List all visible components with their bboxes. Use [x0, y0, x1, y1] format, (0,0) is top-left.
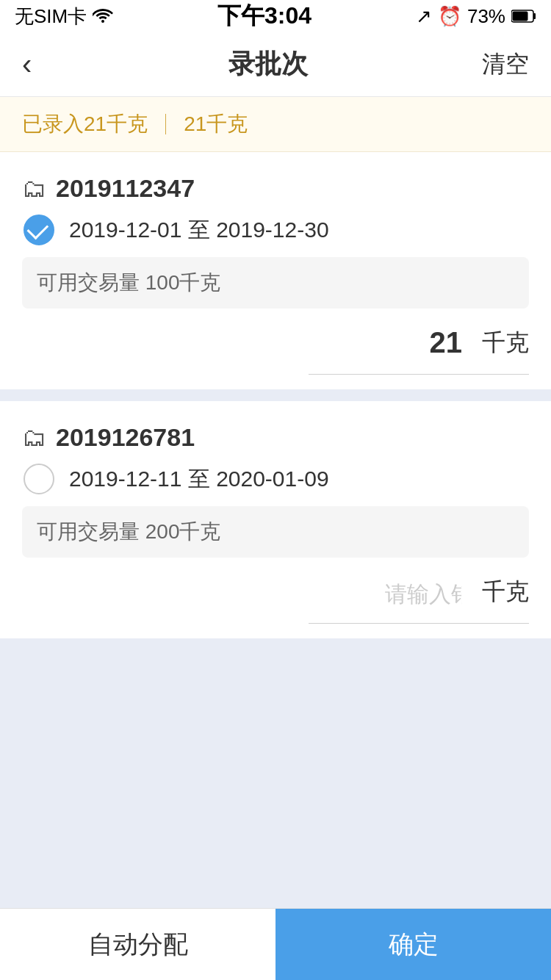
summary-recorded: 已录入21千克 [22, 110, 148, 138]
batch-2-icon: 🗂 [22, 423, 47, 452]
batch-2-radio[interactable] [24, 464, 54, 494]
batch-2-header: 🗂 2019126781 [22, 423, 529, 452]
content-wrapper: 🗂 2019112347 2019-12-01 至 2019-12-30 可用交… [0, 152, 551, 980]
batch-1-date: 2019-12-01 至 2019-12-30 [69, 215, 329, 245]
section-separator-2 [0, 638, 551, 650]
batch-2-date-row: 2019-12-11 至 2020-01-09 [22, 464, 529, 494]
status-left: 无SIM卡 [15, 4, 113, 29]
batch-2-qty-input[interactable] [385, 575, 473, 608]
batch-item-2-body: 🗂 2019126781 2019-12-11 至 2020-01-09 可用交… [0, 401, 551, 638]
batch-item-2: 🗂 2019126781 2019-12-11 至 2020-01-09 可用交… [0, 401, 551, 638]
status-bar: 无SIM卡 下午3:04 ↗ ⏰ 73% [0, 0, 551, 32]
section-separator-1 [0, 389, 551, 401]
batch-1-qty-row: 千克 [22, 309, 529, 374]
batch-2-unit: 千克 [482, 576, 529, 608]
wifi-icon [93, 5, 113, 28]
batch-2-available: 可用交易量 200千克 [22, 506, 529, 558]
status-time: 下午3:04 [217, 0, 311, 32]
location-icon: ↗ [416, 5, 432, 28]
batch-1-id: 2019112347 [56, 174, 195, 203]
batch-1-unit: 千克 [482, 327, 529, 359]
batch-1-date-row: 2019-12-01 至 2019-12-30 [22, 215, 529, 245]
summary-total: 21千克 [184, 110, 248, 138]
bottom-bar: 自动分配 确定 [0, 908, 551, 980]
batch-1-icon: 🗂 [22, 174, 47, 203]
auto-distribute-button[interactable]: 自动分配 [0, 909, 276, 980]
batch-1-qty-input[interactable] [385, 326, 473, 359]
batch-2-id: 2019126781 [56, 423, 195, 452]
batch-2-date: 2019-12-11 至 2020-01-09 [69, 464, 329, 494]
back-button[interactable]: ‹ [22, 48, 66, 81]
svg-rect-2 [512, 11, 527, 21]
batch-2-qty-row: 千克 [22, 558, 529, 623]
batch-item-1-body: 🗂 2019112347 2019-12-01 至 2019-12-30 可用交… [0, 152, 551, 389]
batch-1-radio[interactable] [24, 215, 54, 245]
summary-bar: 已录入21千克 21千克 [0, 97, 551, 152]
nav-bar: ‹ 录批次 清空 [0, 32, 551, 97]
batch-1-header: 🗂 2019112347 [22, 174, 529, 203]
battery-percent: 73% [467, 5, 505, 28]
status-right: ↗ ⏰ 73% [416, 5, 536, 28]
page-title: 录批次 [228, 46, 308, 82]
sim-status: 无SIM卡 [15, 4, 87, 29]
confirm-button[interactable]: 确定 [276, 909, 551, 980]
battery-icon [511, 5, 536, 28]
alarm-icon: ⏰ [438, 5, 461, 28]
summary-divider [165, 114, 166, 134]
svg-rect-1 [533, 13, 536, 19]
batch-1-available: 可用交易量 100千克 [22, 257, 529, 309]
clear-button[interactable]: 清空 [470, 48, 529, 81]
batch-item-1: 🗂 2019112347 2019-12-01 至 2019-12-30 可用交… [0, 152, 551, 389]
